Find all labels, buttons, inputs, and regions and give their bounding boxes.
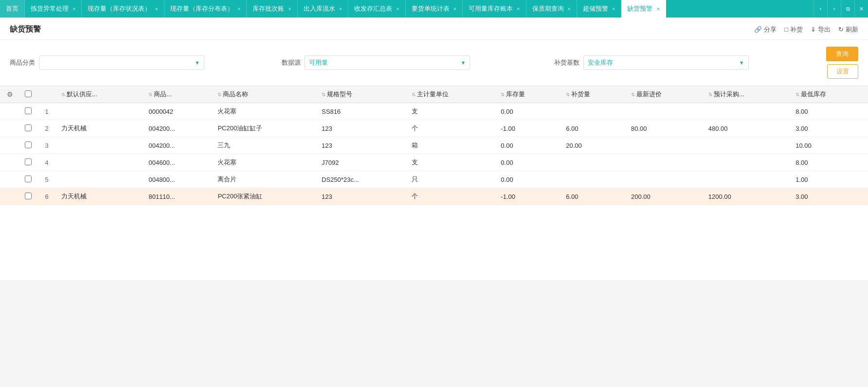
col-product-name-header[interactable]: ⇅商品名称 [213, 86, 317, 103]
export-button[interactable]: ⇓ 导出 [811, 25, 831, 34]
refresh-button[interactable]: ↻ 刷新 [838, 25, 858, 34]
nav-tab-11[interactable]: 缺货预警× [621, 0, 666, 18]
nav-tab-2[interactable]: 现存量（库存状况表）× [82, 0, 164, 18]
col-min-stock-header[interactable]: ⇅最低库存 [791, 86, 868, 103]
row-checkbox-4[interactable] [25, 176, 32, 182]
main-content: 缺货预警 🔗 分享 □ 补货 ⇓ 导出 ↻ 刷新 商品分类 [0, 18, 868, 280]
row-supplier-2 [56, 137, 144, 154]
nav-tab-close-icon[interactable]: × [656, 6, 659, 12]
row-spec-0: SS816 [317, 103, 407, 120]
col-gear: ⚙ [0, 86, 19, 103]
nav-tab-close-icon[interactable]: × [288, 6, 291, 12]
row-checkbox-col-5 [19, 188, 37, 205]
nav-tab-9[interactable]: 保质期查询× [526, 0, 577, 18]
nav-tab-close-icon[interactable]: × [517, 6, 520, 12]
nav-tab-3[interactable]: 现存量（库存分布表）× [164, 0, 247, 18]
select-all-checkbox[interactable] [25, 90, 32, 97]
nav-tab-4[interactable]: 库存批次账× [247, 0, 297, 18]
row-unit-5: 个 [407, 188, 496, 205]
filter-actions: 查询 设置 [826, 47, 858, 79]
table-row: 3 004200... 三九 123 箱 0.00 20.00 10.00 [0, 137, 868, 154]
row-name-4: 离合片 [213, 171, 317, 188]
nav-tab-label: 库存批次账 [253, 4, 284, 13]
nav-restore-btn[interactable]: ⧉ [841, 0, 854, 18]
row-spec-1: 123 [317, 120, 407, 137]
row-num-5: 6 [37, 188, 56, 205]
row-checkbox-3[interactable] [25, 158, 32, 165]
row-replenish-1: 6.00 [561, 120, 626, 137]
nav-tab-5[interactable]: 出入库流水× [298, 0, 348, 18]
nav-tab-label: 出入库流水 [304, 4, 335, 13]
row-min-stock-3: 8.00 [791, 154, 868, 171]
row-supplier-5: 力天机械 [56, 188, 144, 205]
nav-tab-close-icon[interactable]: × [72, 6, 75, 12]
settings-button[interactable]: 设置 [827, 64, 858, 79]
nav-prev-arrow[interactable]: ‹ [814, 0, 827, 18]
nav-tab-7[interactable]: 要货单统计表× [406, 0, 463, 18]
nav-tab-close-icon[interactable]: × [339, 6, 342, 12]
nav-tab-label: 缺货预警 [627, 4, 652, 13]
col-default-supplier-header[interactable]: ⇅默认供应... [56, 86, 144, 103]
replenish-base-filter: 补货基数 安全库存 ▼ [554, 55, 816, 70]
nav-tab-1[interactable]: 拣货异常处理× [25, 0, 82, 18]
nav-tab-close-icon[interactable]: × [612, 6, 615, 12]
row-replenish-0 [561, 103, 626, 120]
nav-tab-0[interactable]: 首页 [0, 0, 25, 18]
row-latest-price-2 [626, 137, 704, 154]
nav-tab-label: 超储预警 [583, 4, 608, 13]
row-stock-0: 0.00 [496, 103, 561, 120]
nav-close-btn[interactable]: × [854, 0, 868, 18]
datasource-chevron-icon: ▼ [460, 60, 466, 66]
nav-arrows: ‹ › ⧉ × [814, 0, 868, 18]
row-checkbox-5[interactable] [25, 193, 32, 199]
row-checkbox-1[interactable] [25, 124, 32, 131]
page-title: 缺货预警 [10, 24, 41, 35]
col-unit-header[interactable]: ⇅主计量单位 [407, 86, 496, 103]
table-row: 6 力天机械 801110... PC200张紧油缸 123 个 -1.00 6… [0, 188, 868, 205]
row-gear-4 [0, 171, 19, 188]
row-checkbox-col-3 [19, 154, 37, 171]
nav-tab-close-icon[interactable]: × [453, 6, 456, 12]
col-stock-qty-header[interactable]: ⇅库存量 [496, 86, 561, 103]
row-num-4: 5 [37, 171, 56, 188]
row-num-1: 2 [37, 120, 56, 137]
gear-icon[interactable]: ⚙ [7, 90, 13, 98]
nav-tab-close-icon[interactable]: × [155, 6, 158, 12]
nav-tab-label: 现存量（库存状况表） [88, 4, 151, 13]
nav-tab-close-icon[interactable]: × [568, 6, 571, 12]
row-checkbox-col-4 [19, 171, 37, 188]
col-checkbox-header [19, 86, 37, 103]
col-latest-price-header[interactable]: ⇅最新进价 [626, 86, 704, 103]
row-code-2: 004200... [144, 137, 213, 154]
nav-tab-close-icon[interactable]: × [396, 6, 399, 12]
category-chevron-icon: ▼ [195, 60, 200, 66]
col-replenish-qty-header[interactable]: ⇅补货量 [561, 86, 626, 103]
category-select[interactable]: ▼ [39, 55, 204, 70]
row-checkbox-2[interactable] [25, 141, 32, 148]
row-code-1: 004200... [144, 120, 213, 137]
row-checkbox-col-2 [19, 137, 37, 154]
share-button[interactable]: 🔗 分享 [754, 25, 777, 34]
nav-tab-8[interactable]: 可用量库存账本× [463, 0, 526, 18]
table-row: 4 004600... 火花塞 J7092 支 0.00 8.00 [0, 154, 868, 171]
row-checkbox-0[interactable] [25, 107, 32, 114]
replenish-button[interactable]: □ 补货 [784, 25, 803, 34]
col-product-code-header[interactable]: ⇅商品... [144, 86, 213, 103]
row-stock-5: -1.00 [496, 188, 561, 205]
row-unit-3: 支 [407, 154, 496, 171]
row-est-purchase-1: 480.00 [704, 120, 791, 137]
col-spec-header[interactable]: ⇅规格型号 [317, 86, 407, 103]
datasource-select[interactable]: 可用量 ▼ [305, 55, 470, 70]
nav-tab-label: 首页 [6, 4, 18, 13]
datasource-filter: 数据源 可用量 ▼ [282, 55, 544, 70]
table-header-row: ⚙ ⇅默认供应... ⇅商品... ⇅商品名称 [0, 86, 868, 103]
nav-next-arrow[interactable]: › [827, 0, 841, 18]
replenish-base-select[interactable]: 安全库存 ▼ [583, 55, 749, 70]
row-checkbox-col-0 [19, 103, 37, 120]
nav-tab-close-icon[interactable]: × [237, 6, 240, 12]
col-est-purchase-header[interactable]: ⇅预计采购... [704, 86, 791, 103]
nav-tab-6[interactable]: 收发存汇总表× [348, 0, 405, 18]
query-button[interactable]: 查询 [826, 47, 858, 61]
nav-tab-10[interactable]: 超储预警× [577, 0, 621, 18]
row-name-2: 三九 [213, 137, 317, 154]
